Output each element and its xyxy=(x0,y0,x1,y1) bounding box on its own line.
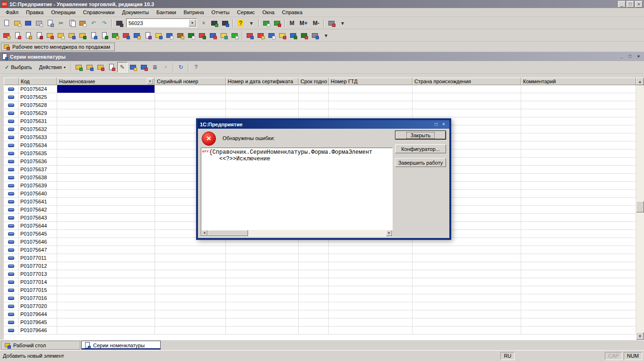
cell[interactable] xyxy=(57,238,155,246)
find-icon[interactable] xyxy=(114,18,125,28)
cell[interactable] xyxy=(521,310,636,318)
configurator-button[interactable]: Конфигуратор... xyxy=(395,144,446,153)
cell[interactable] xyxy=(57,166,155,174)
goods-issue-icon[interactable] xyxy=(121,30,131,41)
warehouses-icon[interactable] xyxy=(175,30,186,41)
cell[interactable] xyxy=(57,214,155,222)
cell[interactable]: P01077012 xyxy=(19,262,57,270)
column-header-6[interactable]: Номер ГТД xyxy=(329,78,412,85)
memory-recall-button[interactable]: M xyxy=(287,18,297,28)
cell[interactable] xyxy=(57,174,155,182)
service-settings-icon[interactable] xyxy=(326,18,337,28)
cell[interactable] xyxy=(299,326,329,335)
menu-item-2[interactable]: Правка xyxy=(22,9,47,16)
cell[interactable] xyxy=(521,302,636,310)
cell[interactable] xyxy=(521,278,636,286)
cell[interactable] xyxy=(412,262,521,270)
cell[interactable] xyxy=(521,198,636,206)
cell[interactable] xyxy=(299,262,329,270)
cell[interactable] xyxy=(521,326,636,335)
cell[interactable] xyxy=(412,310,521,318)
clear-filter-icon[interactable]: × xyxy=(161,62,171,72)
print-icon[interactable] xyxy=(34,18,44,28)
cell[interactable]: P01075647 xyxy=(19,246,57,254)
cell[interactable] xyxy=(412,93,521,101)
cell[interactable] xyxy=(329,278,412,286)
crm-tasks-icon[interactable] xyxy=(288,30,299,41)
counterparties-icon[interactable] xyxy=(154,30,164,41)
cell[interactable] xyxy=(57,286,155,294)
currency-icon[interactable] xyxy=(77,30,88,41)
table-row[interactable]: P01077016 xyxy=(4,294,636,302)
cell[interactable]: P01075646 xyxy=(19,238,57,246)
cell[interactable] xyxy=(57,117,155,125)
cell[interactable] xyxy=(412,85,521,93)
cell[interactable] xyxy=(521,150,636,158)
cell[interactable] xyxy=(155,262,226,270)
terminate-button[interactable]: Завершить работу xyxy=(395,158,446,167)
table-row[interactable]: P01079645 xyxy=(4,318,636,326)
dialog-close-button[interactable]: × xyxy=(440,121,447,128)
cell[interactable]: P01075643 xyxy=(19,214,57,222)
crm-reports-icon[interactable] xyxy=(299,30,309,41)
cell[interactable] xyxy=(226,302,299,310)
cell[interactable] xyxy=(57,150,155,158)
cell[interactable] xyxy=(412,246,521,254)
cell[interactable] xyxy=(329,270,412,278)
cell[interactable]: P01075644 xyxy=(19,222,57,230)
cell[interactable]: P01077015 xyxy=(19,286,57,294)
open-folder-icon[interactable] xyxy=(12,18,23,28)
cell[interactable] xyxy=(226,286,299,294)
cell[interactable] xyxy=(226,246,299,254)
chevron-down-icon[interactable]: ▼ xyxy=(189,19,196,26)
cell[interactable]: P01075637 xyxy=(19,166,57,174)
reports-icon[interactable] xyxy=(186,30,197,41)
cell[interactable]: P01075639 xyxy=(19,182,57,190)
scroll-thumb[interactable] xyxy=(207,230,248,236)
cell[interactable] xyxy=(299,109,329,117)
cell[interactable] xyxy=(521,174,636,182)
cell[interactable] xyxy=(155,318,226,326)
outgoing-payment-icon[interactable] xyxy=(23,30,34,41)
cell[interactable]: P01075624 xyxy=(19,85,57,93)
list-levels-icon[interactable]: ≣ xyxy=(150,62,160,72)
cell[interactable] xyxy=(155,278,226,286)
cell[interactable] xyxy=(412,278,521,286)
cell[interactable] xyxy=(226,318,299,326)
menu-item-10[interactable]: Окна xyxy=(258,9,278,16)
cell[interactable] xyxy=(521,254,636,262)
cell[interactable]: P01075638 xyxy=(19,174,57,182)
hierarchy-levels-icon[interactable] xyxy=(85,62,95,72)
price-list-icon[interactable] xyxy=(143,30,153,41)
crm-settings-icon[interactable] xyxy=(310,30,320,41)
cell[interactable] xyxy=(521,262,636,270)
cell[interactable] xyxy=(412,302,521,310)
cell[interactable] xyxy=(521,125,636,133)
column-header-8[interactable]: Комментарий xyxy=(521,78,636,85)
cell[interactable] xyxy=(521,158,636,166)
redo-icon[interactable]: ↷ xyxy=(99,18,110,28)
cell[interactable] xyxy=(329,262,412,270)
cell[interactable] xyxy=(299,302,329,310)
cell[interactable] xyxy=(155,85,226,93)
edit-in-dialog-icon[interactable]: ✎ xyxy=(117,62,128,72)
scroll-down-button[interactable]: ▼ xyxy=(636,332,644,340)
find-all-icon[interactable] xyxy=(220,18,231,28)
cell[interactable] xyxy=(226,278,299,286)
language-indicator[interactable]: RU xyxy=(500,352,515,360)
cell[interactable] xyxy=(521,294,636,302)
table-row[interactable]: P01077012 xyxy=(4,262,636,270)
cell[interactable] xyxy=(57,246,155,254)
cell[interactable] xyxy=(299,286,329,294)
cell[interactable]: P01075628 xyxy=(19,101,57,109)
error-horizontal-scrollbar[interactable]: ◄ ► xyxy=(201,230,392,236)
cell[interactable] xyxy=(521,117,636,125)
cell[interactable] xyxy=(521,101,636,109)
cell[interactable] xyxy=(226,310,299,318)
chart-icon[interactable] xyxy=(208,30,218,41)
notes-icon[interactable] xyxy=(230,30,240,41)
memory-subtract-button[interactable]: M- xyxy=(310,18,322,28)
cell[interactable] xyxy=(155,326,226,335)
scroll-track[interactable] xyxy=(248,230,386,236)
menu-item-7[interactable]: Витрина xyxy=(180,9,208,16)
